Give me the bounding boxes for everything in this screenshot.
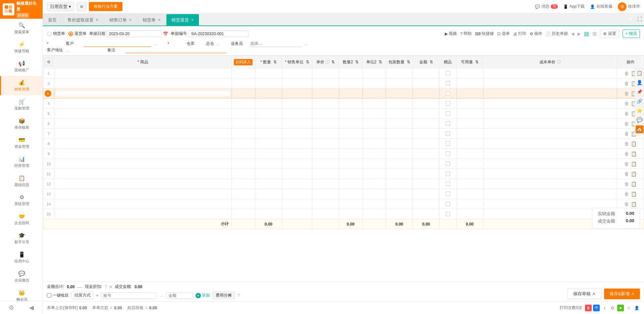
tab-sales-order-close[interactable]: ✕	[129, 18, 132, 22]
amount-cell[interactable]	[413, 169, 439, 179]
unit-price-info-icon[interactable]: ⓘ	[325, 60, 329, 64]
account-dots[interactable]: ...	[160, 293, 163, 298]
message-button[interactable]: 💬 消息 70	[535, 4, 558, 9]
sale-unit-cell[interactable]	[282, 139, 312, 149]
product-input[interactable]	[56, 172, 230, 176]
sidebar-item-purchase[interactable]: 🛒 采购管理	[0, 95, 43, 114]
gift-checkbox[interactable]	[446, 111, 450, 116]
form-settings-button[interactable]: ⚙ 设置	[600, 29, 619, 38]
calendar-icon[interactable]: 📅	[163, 32, 168, 36]
available-cell[interactable]	[456, 129, 483, 139]
qty-cell[interactable]	[255, 179, 282, 189]
gift-checkbox[interactable]	[446, 182, 450, 186]
qty2-cell[interactable]	[339, 199, 362, 209]
tab-return-close[interactable]: ✕	[191, 18, 194, 22]
product-cell[interactable]	[54, 99, 232, 109]
unit-price-cell[interactable]	[312, 209, 339, 219]
unit2-cell[interactable]	[362, 78, 386, 88]
product-cell[interactable]	[54, 199, 232, 209]
sidebar-item-app[interactable]: 📱 应用中心	[0, 248, 43, 267]
gift-checkbox[interactable]	[446, 81, 450, 85]
unit2-cell[interactable]	[362, 199, 386, 209]
copy-row-icon[interactable]: 📋	[631, 141, 637, 146]
unit2-cell[interactable]	[362, 169, 386, 179]
unit-price-cell[interactable]	[312, 189, 339, 199]
gift-checkbox[interactable]	[446, 101, 450, 106]
unit-price-cell[interactable]	[312, 159, 339, 169]
status-icon-2[interactable]: 中	[593, 305, 600, 311]
product-cell[interactable]	[54, 139, 232, 149]
sale-unit-cell[interactable]	[282, 78, 312, 88]
qty-cell[interactable]	[255, 109, 282, 119]
cost-price-cell[interactable]	[483, 88, 617, 99]
qty-cell[interactable]	[255, 209, 282, 219]
cost-price-cell[interactable]	[483, 78, 617, 88]
sidebar-item-member[interactable]: 👑 畅会员	[0, 286, 43, 301]
warehouse-dots[interactable]: ...	[217, 42, 220, 46]
product-cell[interactable]	[54, 109, 232, 119]
available-cell[interactable]	[456, 88, 483, 99]
sidebar-settings-icon[interactable]: ⚙	[9, 304, 14, 311]
gift-checkbox[interactable]	[446, 71, 450, 75]
qty-cell[interactable]	[255, 68, 282, 78]
product-cell[interactable]	[54, 209, 232, 219]
copy-row-icon[interactable]: 📋	[631, 191, 637, 197]
cost-price-cell[interactable]	[483, 169, 617, 179]
cost-price-cell[interactable]	[483, 149, 617, 159]
qty-cell[interactable]	[255, 149, 282, 159]
unit2-sort-icon[interactable]: ⇅	[379, 60, 382, 64]
copy-row-icon[interactable]: 📋	[631, 181, 637, 187]
product-input[interactable]	[56, 121, 230, 126]
product-cell[interactable]	[54, 159, 232, 169]
unit-price-cell[interactable]	[312, 199, 339, 209]
qty-cell[interactable]	[255, 159, 282, 169]
pack-qty-cell[interactable]	[386, 149, 413, 159]
view-mode-grid-icon[interactable]: ⊞	[592, 30, 597, 37]
pack-qty-cell[interactable]	[386, 68, 413, 78]
copy-row-icon[interactable]: 📋	[631, 161, 637, 167]
sidebar-item-search[interactable]: 🔍 搜索菜单	[0, 19, 43, 38]
float-btn-4[interactable]: 🔗	[636, 97, 644, 105]
amount-cell[interactable]	[413, 209, 439, 219]
product-cell[interactable]	[54, 88, 232, 99]
product-input[interactable]	[56, 192, 230, 196]
pack-qty-sort-icon[interactable]: ⇅	[407, 60, 410, 64]
unit-price-cell[interactable]	[312, 68, 339, 78]
pack-qty-cell[interactable]	[386, 169, 413, 179]
product-input[interactable]	[56, 151, 230, 156]
status-icon-3[interactable]: ♪	[601, 305, 608, 311]
app-download-button[interactable]: 📱 App下载	[563, 4, 585, 9]
sale-unit-cell[interactable]	[282, 149, 312, 159]
unit2-cell[interactable]	[362, 139, 386, 149]
sidebar-item-marketing[interactable]: 📢 营销推广	[0, 57, 43, 76]
available-cell[interactable]	[456, 209, 483, 219]
amount-cell[interactable]	[413, 159, 439, 169]
available-cell[interactable]	[456, 119, 483, 129]
product-cell[interactable]	[54, 119, 232, 129]
gift-checkbox[interactable]	[446, 151, 450, 156]
delete-row-icon[interactable]: 🗑	[624, 121, 629, 126]
gift-checkbox[interactable]	[446, 121, 450, 126]
product-input[interactable]	[56, 162, 230, 166]
tab-price-extract-close[interactable]: ✕	[96, 18, 99, 22]
amount-cell[interactable]	[413, 139, 439, 149]
sidebar-item-collab[interactable]: 🤝 企业协同	[0, 210, 43, 229]
amount-cell[interactable]	[413, 68, 439, 78]
qty2-sort-icon[interactable]: ⇅	[355, 60, 359, 64]
copy-row-icon[interactable]: 📋	[631, 201, 637, 207]
date-input[interactable]	[107, 30, 162, 37]
unit-price-cell[interactable]	[312, 179, 339, 189]
breadcrumb-select[interactable]: 日用百货 ▾	[47, 2, 74, 11]
gift-checkbox[interactable]	[446, 162, 450, 166]
float-btn-3[interactable]: 📌	[636, 88, 644, 96]
pack-qty-cell[interactable]	[386, 88, 413, 99]
qty2-cell[interactable]	[339, 139, 362, 149]
salesperson-dots[interactable]: ...	[305, 42, 308, 46]
qty-cell[interactable]	[255, 129, 282, 139]
salesperson-input[interactable]	[249, 41, 302, 47]
pack-qty-cell[interactable]	[386, 179, 413, 189]
status-icon-7[interactable]: 👤	[633, 305, 640, 311]
amount-cell[interactable]	[413, 189, 439, 199]
pack-qty-cell[interactable]	[386, 199, 413, 209]
gift-checkbox[interactable]	[446, 202, 450, 206]
